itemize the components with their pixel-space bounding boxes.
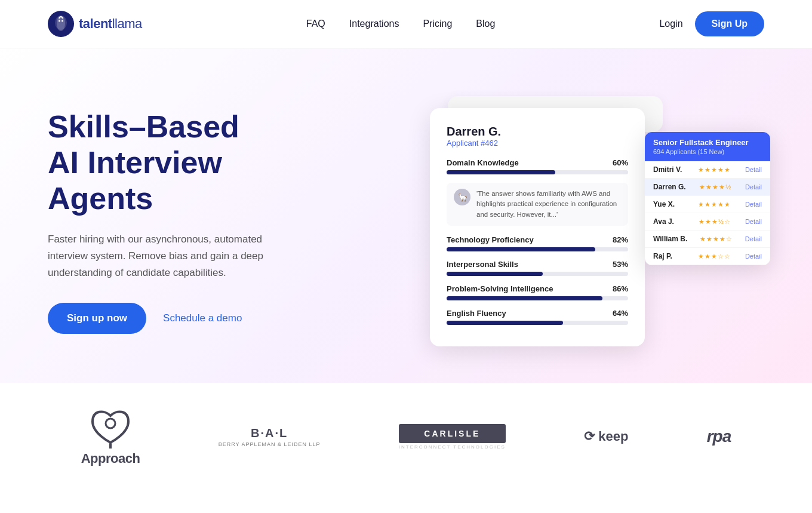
- login-button[interactable]: Login: [659, 19, 682, 29]
- job-role: Senior Fullstack Engineer: [653, 138, 762, 147]
- applicant-id: Applicant #462: [447, 139, 628, 148]
- keep-logo: ⟳ keep: [584, 429, 628, 444]
- logo[interactable]: talentllama: [48, 11, 142, 37]
- rpa-logo: rpa: [707, 427, 731, 446]
- list-header: Senior Fullstack Engineer 694 Applicants…: [645, 132, 770, 161]
- hero-buttons: Sign up now Schedule a demo: [48, 303, 334, 334]
- navbar: talentllama FAQ Integrations Pricing Blo…: [0, 0, 812, 48]
- logo-text: talentllama: [79, 16, 142, 32]
- schedule-demo-link[interactable]: Schedule a demo: [163, 312, 242, 324]
- carlisle-logo: CARLISLE INTERCONNECT TECHNOLOGIES: [399, 424, 506, 450]
- hero-content: Skills–Based AI Interview Agents Faster …: [48, 109, 334, 334]
- list-item[interactable]: Darren G. ★★★★½ Detail: [645, 179, 770, 196]
- quote-text: 'The answer shows familiarity with AWS a…: [476, 189, 621, 220]
- approach-icon: [87, 407, 134, 449]
- nav-pricing[interactable]: Pricing: [423, 19, 452, 29]
- list-item[interactable]: Raj P. ★★★☆☆ Detail: [645, 248, 770, 265]
- applicant-count: 694 Applicants (15 New): [653, 148, 762, 155]
- skill-english-fluency: English Fluency 64%: [447, 309, 628, 325]
- svg-point-4: [106, 419, 115, 428]
- quote-box: 🦙 'The answer shows familiarity with AWS…: [447, 183, 628, 226]
- list-item[interactable]: Dmitri V. ★★★★★ Detail: [645, 161, 770, 179]
- applicant-list-card: Senior Fullstack Engineer 694 Applicants…: [645, 132, 770, 265]
- hero-title: Skills–Based AI Interview Agents: [48, 109, 334, 216]
- quote-avatar: 🦙: [454, 189, 470, 205]
- keep-icon: ⟳: [584, 429, 595, 444]
- hero-cards: Darren G. Applicant #462 Domain Knowledg…: [430, 96, 764, 347]
- hero-section: Skills–Based AI Interview Agents Faster …: [0, 48, 812, 383]
- skill-problem-solving: Problem-Solving Intelligence 86%: [447, 284, 628, 300]
- applicant-name: Darren G.: [447, 125, 628, 139]
- skill-tech-proficiency: Technology Proficiency 82%: [447, 235, 628, 251]
- applicant-card: Darren G. Applicant #462 Domain Knowledg…: [430, 108, 645, 346]
- nav-blog[interactable]: Blog: [476, 19, 495, 29]
- approach-logo: Approach: [81, 407, 140, 466]
- nav-actions: Login Sign Up: [659, 11, 764, 36]
- logo-icon: [48, 11, 74, 37]
- list-item[interactable]: Yue X. ★★★★★ Detail: [645, 196, 770, 213]
- nav-integrations[interactable]: Integrations: [349, 19, 399, 29]
- svg-point-3: [61, 20, 63, 22]
- logos-section: Approach B·A·L BERRY APPLEMAN & LEIDEN L…: [0, 383, 812, 496]
- nav-faq[interactable]: FAQ: [306, 19, 325, 29]
- svg-point-2: [59, 20, 60, 22]
- bal-logo: B·A·L BERRY APPLEMAN & LEIDEN LLP: [219, 426, 321, 447]
- list-item[interactable]: William B. ★★★★☆ Detail: [645, 231, 770, 248]
- list-item[interactable]: Ava J. ★★★½☆ Detail: [645, 213, 770, 231]
- signup-button[interactable]: Sign Up: [695, 11, 764, 36]
- approach-text: Approach: [81, 451, 140, 466]
- skill-domain-knowledge: Domain Knowledge 60%: [447, 158, 628, 174]
- nav-links: FAQ Integrations Pricing Blog: [306, 19, 496, 29]
- signup-now-button[interactable]: Sign up now: [48, 303, 146, 334]
- skill-interpersonal: Interpersonal Skills 53%: [447, 260, 628, 276]
- hero-subtitle: Faster hiring with our asynchronous, aut…: [48, 231, 287, 281]
